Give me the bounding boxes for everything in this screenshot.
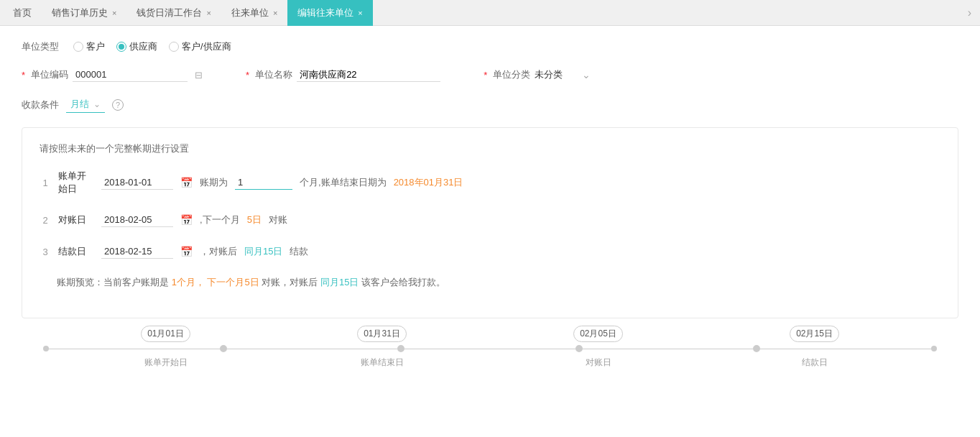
tl-spacer-1 [49, 349, 220, 349]
radio-customer-circle [73, 42, 83, 52]
period-row-type-2: 对账日 [58, 213, 94, 226]
preview-label: 账期预览：当前客户账期是 [57, 277, 169, 288]
tab-cash-work[interactable]: 钱货日清工作台 × [126, 0, 221, 26]
preview-middle: 对账，对账后 [262, 277, 318, 288]
tl-spacer-2 [227, 349, 398, 349]
timeline-node-circle-end [397, 345, 405, 352]
start-date-cal-icon[interactable]: 📅 [180, 177, 193, 188]
preview-part1: 1个月， [172, 277, 205, 288]
payment-condition-label: 收款条件 [22, 98, 59, 111]
reconcile-date-cal-icon[interactable]: 📅 [180, 214, 193, 226]
unit-name-group: * 单位名称 [246, 68, 440, 82]
timeline-line-row [43, 345, 937, 352]
reconcile-suffix-prefix: ,下一个月 [200, 213, 240, 226]
unit-code-input[interactable] [73, 68, 188, 82]
timeline-node-start-date: 01月01日 [141, 326, 190, 342]
tab-home[interactable]: 首页 [3, 0, 42, 26]
timeline-node-reconcile-date: 02月05日 [573, 326, 623, 342]
reconcile-date-input[interactable] [101, 213, 173, 227]
radio-customer[interactable]: 客户 [73, 40, 105, 53]
timeline-node-end: 01月31日 [357, 326, 407, 345]
tabs-bar: 首页 销售订单历史 × 钱货日清工作台 × 往来单位 × 编辑往来单位 × › [0, 0, 980, 26]
payment-dropdown-icon: ⌄ [93, 99, 101, 109]
tl-spacer-3 [405, 349, 575, 349]
timeline-node-payment-bottom: 结款日 [802, 356, 828, 369]
unit-name-label: 单位名称 [255, 68, 292, 81]
unit-classify-group: * 单位分类 未分类 ⌄ [484, 68, 591, 81]
preview-text: 账期预览：当前客户账期是 1个月， 下一个月5日 对账，对账后 同月15日 该客… [40, 276, 940, 289]
timeline-node-start: 01月01日 [141, 326, 190, 345]
unit-classify-label: 单位分类 [493, 68, 530, 81]
timeline-start-dot [43, 346, 49, 351]
timeline-node-circle-reconcile [575, 345, 583, 352]
unit-classify-dropdown-icon[interactable]: ⌄ [582, 69, 591, 80]
close-sales-history-icon[interactable]: × [112, 9, 116, 17]
timeline-bottom-labels: 账单开始日 账单结束日 对账日 结款日 [43, 354, 937, 369]
help-icon[interactable]: ? [112, 99, 124, 111]
close-partner-unit-icon[interactable]: × [273, 9, 277, 17]
unit-info-row: * 单位编码 ⊟ * 单位名称 * 单位分类 未分类 ⌄ [22, 68, 958, 82]
timeline-node-payment: 02月15日 [790, 326, 839, 345]
radio-supplier-circle [116, 42, 126, 52]
radio-supplier[interactable]: 供应商 [116, 40, 157, 53]
period-row-num-3: 3 [40, 247, 51, 257]
timeline-end-dot [931, 346, 937, 351]
period-hint: 请按照未来的一个完整帐期进行设置 [40, 142, 940, 155]
period-row-2: 2 对账日 📅 ,下一个月 5日 对账 [40, 213, 940, 227]
reconcile-day-highlight: 5日 [247, 213, 262, 226]
tl-spacer-4 [583, 349, 754, 349]
payment-date-input[interactable] [101, 244, 173, 259]
period-suffix-middle: 个月,账单结束日期为 [300, 176, 387, 189]
preview-part2: 下一个月5日 [207, 277, 259, 288]
reconcile-suffix-after: 对账 [269, 213, 287, 226]
period-row-type-3: 结款日 [58, 245, 94, 258]
period-row-type-1: 账单开始日 [58, 170, 94, 196]
timeline-node-end-date: 01月31日 [357, 326, 407, 342]
period-row-1: 1 账单开始日 📅 账期为 个月,账单结束日期为 2018年01月31日 [40, 170, 940, 196]
timeline-node-end-bottom: 账单结束日 [361, 356, 404, 369]
close-edit-partner-icon[interactable]: × [358, 9, 362, 17]
timeline-top-labels: 01月01日 01月31日 02月05日 02月15日 [43, 326, 937, 345]
tabs-scroll-right-icon[interactable]: › [962, 6, 977, 19]
period-end-date-highlight: 2018年01月31日 [394, 176, 463, 189]
tab-edit-partner[interactable]: 编辑往来单位 × [287, 0, 372, 26]
period-row-num-1: 1 [40, 178, 51, 188]
radio-both-circle [169, 42, 179, 52]
radio-both[interactable]: 客户/供应商 [169, 40, 231, 53]
payment-day-highlight: 同月15日 [244, 245, 282, 258]
unit-code-label: 单位编码 [31, 68, 68, 81]
timeline-node-circle-payment [753, 345, 760, 352]
unit-name-input[interactable] [297, 68, 440, 82]
payment-condition-row: 收款条件 月结 ⌄ ? [22, 96, 958, 113]
unit-classify-value: 未分类 [535, 68, 578, 81]
unit-type-row: 单位类型 客户 供应商 客户/供应商 [22, 40, 958, 53]
period-section: 请按照未来的一个完整帐期进行设置 1 账单开始日 📅 账期为 个月,账单结束日期… [22, 127, 958, 318]
tl-spacer-5 [760, 349, 931, 349]
payment-suffix-prefix: ，对账后 [200, 245, 237, 258]
main-content: 单位类型 客户 供应商 客户/供应商 * 单位编码 ⊟ * 单位名称 [0, 26, 980, 437]
timeline-node-reconcile-bottom: 对账日 [586, 356, 611, 369]
period-row-3: 3 结款日 📅 ，对账后 同月15日 结款 [40, 244, 940, 259]
payment-condition-value: 月结 [70, 98, 89, 111]
start-date-input[interactable] [101, 175, 173, 190]
timeline-node-reconcile: 02月05日 [573, 326, 623, 345]
timeline-node-circle-start [220, 345, 227, 352]
tab-partner-unit[interactable]: 往来单位 × [221, 0, 287, 26]
period-number-input[interactable] [235, 175, 292, 190]
timeline-wrap: 01月01日 01月31日 02月05日 02月15日 [22, 326, 958, 369]
preview-end: 该客户会给我打款。 [361, 277, 445, 288]
unit-code-group: * 单位编码 ⊟ [22, 68, 203, 82]
timeline-node-start-bottom: 账单开始日 [144, 356, 188, 369]
period-suffix-before: 账期为 [200, 176, 228, 189]
unit-code-copy-icon[interactable]: ⊟ [195, 70, 203, 80]
payment-suffix-after: 结款 [290, 245, 308, 258]
period-row-num-2: 2 [40, 215, 51, 226]
payment-date-cal-icon[interactable]: 📅 [180, 246, 193, 257]
unit-type-label: 单位类型 [22, 40, 59, 53]
tab-sales-history[interactable]: 销售订单历史 × [42, 0, 126, 26]
close-cash-work-icon[interactable]: × [206, 9, 211, 17]
unit-type-radio-group: 客户 供应商 客户/供应商 [73, 40, 231, 53]
preview-part3: 同月15日 [320, 277, 359, 288]
payment-condition-select[interactable]: 月结 ⌄ [66, 96, 105, 113]
timeline-node-payment-date: 02月15日 [790, 326, 839, 342]
